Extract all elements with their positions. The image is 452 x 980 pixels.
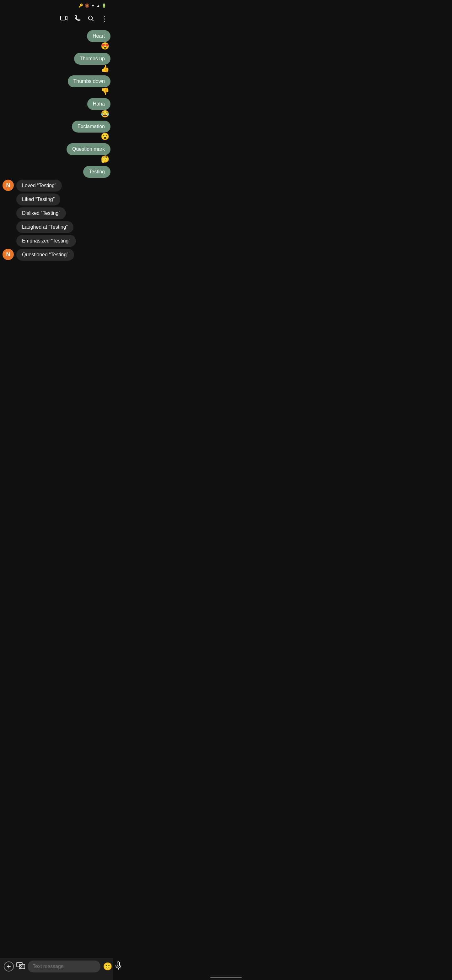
received-message: Laughed at “Testing” <box>3 221 111 234</box>
messages-container: Heart😍Thumbs up👍Thumbs down👎Haha😂Exclama… <box>0 28 113 262</box>
message-bubble[interactable]: Loved “Testing” <box>16 180 62 192</box>
message-row: Emphasized “Testing” <box>3 235 76 248</box>
chat-header: ⋮ <box>0 10 113 28</box>
message-reaction: 👍 <box>101 65 109 73</box>
sent-message: Heart😍 <box>3 30 111 51</box>
svg-rect-0 <box>60 16 65 20</box>
message-row: Laughed at “Testing” <box>3 221 73 234</box>
key-icon: 🔑 <box>78 3 83 8</box>
sent-message: Testing <box>3 166 111 178</box>
sent-message: Thumbs down👎 <box>3 75 111 97</box>
message-row: NQuestioned “Testing” <box>3 249 74 261</box>
message-row: NLoved “Testing” <box>3 180 62 192</box>
message-bubble[interactable]: Thumbs up <box>74 53 111 65</box>
signal-icon: ▲ <box>96 3 100 8</box>
message-reaction: 🤔 <box>101 155 109 163</box>
search-button[interactable] <box>86 13 96 25</box>
message-bubble[interactable]: Disliked “Testing” <box>16 207 66 219</box>
message-bubble[interactable]: Thumbs down <box>68 75 111 88</box>
status-bar: 🔑 🔕 ▼ ▲ 🔋 <box>0 0 113 10</box>
message-reaction: 😍 <box>101 42 109 50</box>
sent-message: Haha😂 <box>3 98 111 119</box>
message-bubble[interactable]: Laughed at “Testing” <box>16 221 73 233</box>
status-icons: 🔑 🔕 ▼ ▲ 🔋 <box>78 3 108 8</box>
received-message: NLoved “Testing” <box>3 180 111 192</box>
avatar: N <box>3 180 14 191</box>
wifi-icon: ▼ <box>91 3 95 8</box>
message-bubble[interactable]: Question mark <box>67 143 111 155</box>
message-bubble[interactable]: Liked “Testing” <box>16 194 60 205</box>
phone-call-button[interactable] <box>72 13 83 25</box>
back-button[interactable] <box>4 18 6 20</box>
message-bubble[interactable]: Testing <box>83 166 111 178</box>
more-options-button[interactable]: ⋮ <box>98 13 109 25</box>
message-bubble[interactable]: Emphasized “Testing” <box>16 235 76 247</box>
message-bubble[interactable]: Heart <box>87 30 111 42</box>
message-reaction: 😮 <box>101 132 109 141</box>
received-message: Emphasized “Testing” <box>3 235 111 248</box>
sent-message: Thumbs up👍 <box>3 53 111 74</box>
message-reaction: 👎 <box>101 88 109 95</box>
message-row: Disliked “Testing” <box>3 207 66 220</box>
sent-message: Exclamation😮 <box>3 121 111 142</box>
message-bubble[interactable]: Haha <box>87 98 111 110</box>
received-message: NQuestioned “Testing” <box>3 249 111 261</box>
battery-icon: 🔋 <box>102 3 106 8</box>
sent-message: Question mark🤔 <box>3 143 111 165</box>
video-call-button[interactable] <box>59 14 70 24</box>
mute-icon: 🔕 <box>85 3 89 8</box>
message-bubble[interactable]: Questioned “Testing” <box>16 249 74 261</box>
message-row: Liked “Testing” <box>3 194 60 206</box>
message-reaction: 😂 <box>101 110 109 118</box>
header-actions: ⋮ <box>59 13 109 25</box>
received-message: Liked “Testing” <box>3 194 111 206</box>
received-message: Disliked “Testing” <box>3 207 111 220</box>
avatar: N <box>3 249 14 260</box>
message-bubble[interactable]: Exclamation <box>72 121 111 132</box>
